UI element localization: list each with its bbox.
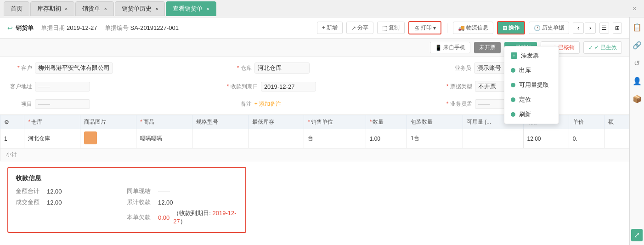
tab-bar: 首页 库存期初 × 销货单 × 销货单历史 × 查看销货单 × ×	[0, 0, 644, 17]
owe-date: 2019-12-27	[173, 210, 236, 225]
dropdown-locate[interactable]: 定位	[504, 92, 559, 107]
transaction-row: 成交金额 12.00	[16, 198, 127, 206]
row-min-stock	[248, 129, 304, 148]
available-qty-label: 可用量提取	[519, 81, 549, 89]
share-button[interactable]: ↗ 分享	[346, 22, 373, 34]
customer-label: 客户	[7, 64, 35, 72]
list-view-btn[interactable]: ☰	[599, 23, 609, 34]
col-product-img: 商品图片	[80, 115, 136, 129]
print-icon: 🖨	[414, 25, 419, 31]
doc-date-group: 单据日期 2019-12-27	[41, 24, 97, 32]
add-invoice-label: 添发票	[521, 51, 539, 60]
project-value[interactable]: ——	[35, 99, 90, 109]
toolbar: + 新增 ↗ 分享 ⬚ 复制 🖨 打印 ▾	[317, 21, 622, 34]
col-product: *商品	[136, 115, 192, 129]
expand-icon[interactable]: ⤢	[631, 229, 643, 241]
copy-label: 复制	[389, 24, 400, 32]
panel-icon-5[interactable]: 📦	[631, 93, 644, 105]
dropdown-available-qty[interactable]: 可用量提取	[504, 78, 559, 92]
payment-title: 收款信息	[16, 174, 238, 182]
note-label: 备注	[227, 100, 254, 108]
address-label: 客户地址	[7, 83, 35, 91]
not-open-label: 未开票	[479, 44, 496, 51]
logistics-button[interactable]: 🚚 物流信息	[453, 22, 493, 34]
warehouse-label: 仓库	[227, 64, 254, 72]
window-close-button[interactable]: ×	[629, 5, 640, 13]
next-arrow[interactable]: ›	[585, 23, 596, 34]
col-min-stock: 最低库存	[248, 115, 304, 129]
cumulative-value: 12.00	[158, 199, 173, 206]
tab-inventory-label: 库存期初	[37, 5, 61, 13]
payment-date-value[interactable]: 2019-12-27	[261, 82, 316, 91]
panel-icon-2[interactable]: 🔗	[631, 39, 644, 51]
new-button[interactable]: + 新增	[317, 22, 343, 34]
total-amount-label: 金额合计	[16, 187, 43, 195]
settings-icon: ⚙	[4, 119, 9, 125]
transaction-value: 12.00	[47, 199, 62, 206]
panel-icon-4[interactable]: 👤	[631, 75, 644, 87]
print-button[interactable]: 🖨 打印 ▾	[408, 21, 441, 34]
divider1	[447, 23, 447, 33]
row-quantity: 1.00	[366, 129, 407, 148]
col-pack-qty: 包装数量	[407, 115, 463, 129]
available-qty-icon	[511, 83, 515, 87]
tab-view-sales-close[interactable]: ×	[206, 6, 209, 11]
print-chevron: ▾	[433, 25, 436, 31]
tab-sales-history[interactable]: 销货单历史 ×	[115, 1, 165, 16]
dropdown-add-invoice[interactable]: + 添发票	[504, 48, 559, 63]
history-icon: 🕐	[534, 25, 541, 31]
project-group: 项目 ——	[7, 99, 227, 109]
col-unit-price: 单价	[569, 115, 604, 129]
payment-date-group: 收款到期日 2019-12-27	[227, 82, 446, 91]
prev-arrow[interactable]: ‹	[573, 23, 584, 34]
panel-icon-1[interactable]: 📋	[631, 21, 644, 34]
doc-date-label: 单据日期	[41, 24, 65, 32]
tab-home-label: 首页	[11, 5, 23, 13]
tab-inventory[interactable]: 库存期初 ×	[30, 1, 74, 16]
operations-button[interactable]: ⊞ 操作	[497, 21, 525, 34]
tab-sales-label: 销货单	[82, 5, 100, 13]
subtotal-label: 小计	[0, 148, 629, 161]
owe-note: （收款到期日: 2019-12-27）	[173, 209, 238, 226]
col-spec: 规格型号	[192, 115, 248, 129]
document-header: ↩ 销货单 单据日期 2019-12-27 单据编号 SA-20191227-0…	[0, 17, 629, 39]
tab-home[interactable]: 首页	[4, 1, 29, 16]
grid-view-btn[interactable]: ⊞	[613, 23, 622, 34]
tab-view-sales[interactable]: 查看销货单 ×	[166, 1, 216, 16]
col-settings[interactable]: ⚙	[0, 115, 24, 129]
owe-label: 本单欠款	[127, 213, 154, 222]
history-button[interactable]: 🕐 历史单据	[529, 22, 569, 34]
address-group: 客户地址 ——	[7, 82, 227, 91]
history-label: 历史单据	[542, 24, 564, 32]
logistics-label: 物流信息	[466, 24, 488, 32]
owe-row: 本单欠款 0.00 （收款到期日: 2019-12-27）	[127, 209, 238, 226]
tab-sales[interactable]: 销货单 ×	[75, 1, 113, 16]
not-open-button[interactable]: 未开票	[474, 42, 501, 53]
panel-icon-3[interactable]: ↺	[632, 57, 642, 69]
copy-button[interactable]: ⬚ 复制	[377, 22, 405, 34]
tab-sales-history-close[interactable]: ×	[155, 6, 158, 11]
warehouse-value[interactable]: 河北仓库	[254, 63, 310, 74]
customer-group: 客户 柳州粤港平安气体有限公司	[7, 63, 227, 74]
payment-section: 收款信息 金额合计 12.00 同单现结 —— 成交金额 12.00 累计收款 …	[7, 167, 246, 233]
from-phone-label: 来自手机	[443, 44, 465, 51]
from-phone-button[interactable]: 📱 来自手机	[430, 42, 470, 53]
add-note-button[interactable]: + 添加备注	[254, 100, 281, 108]
same-order-label: 同单现结	[127, 187, 154, 195]
tab-sales-close[interactable]: ×	[104, 6, 107, 11]
dropdown-refresh[interactable]: 刷新	[504, 107, 559, 122]
tab-view-sales-label: 查看销货单	[173, 5, 203, 13]
tab-inventory-close[interactable]: ×	[65, 6, 68, 11]
operations-dropdown: + 添发票 出库 可用量提取 定位 刷新	[504, 46, 559, 124]
dropdown-outbound[interactable]: 出库	[504, 63, 559, 78]
address-value[interactable]: ——	[35, 82, 90, 91]
effective-label: ✓ 已生效	[594, 44, 617, 51]
row-spec	[192, 129, 248, 148]
copy-icon: ⬚	[382, 25, 387, 31]
total-amount-value: 12.00	[47, 188, 62, 195]
col-warehouse: *仓库	[24, 115, 80, 129]
owe-value: 0.00	[158, 214, 169, 221]
effective-button[interactable]: ✓ ✓ 已生效	[583, 41, 622, 54]
project-label: 项目	[7, 100, 35, 108]
customer-value[interactable]: 柳州粤港平安气体有限公司	[35, 63, 113, 74]
